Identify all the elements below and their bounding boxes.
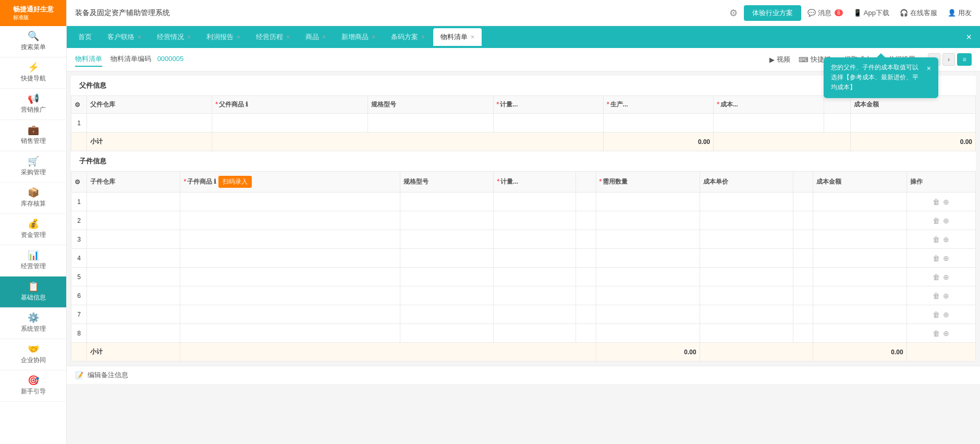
tab-barcode-close[interactable]: × [421,33,425,41]
tab-home[interactable]: 首页 [71,28,99,46]
child-col-goods: *子件商品 ℹ 扫码录入 [180,172,400,193]
parent-cell-warehouse[interactable] [87,114,212,133]
tab-history-close[interactable]: × [286,33,290,41]
sidebar-item-quicknav[interactable]: ⚡ 快捷导航 [0,57,66,89]
logo-name: 畅捷通好生意 [13,5,54,14]
parent-col-settings[interactable]: ⚙ [71,96,87,114]
tab-barcode[interactable]: 条码方案 × [384,28,432,46]
tab-bom[interactable]: 物料清单 × [433,28,482,46]
child-cell-spec-1[interactable] [400,193,494,211]
parent-cell-unit[interactable] [493,114,603,133]
tab-bom-close[interactable]: × [471,33,474,41]
sidebar-item-label: 经营管理 [21,262,46,271]
sidebar-item-label: 资金管理 [21,231,46,239]
child-col-settings[interactable]: ⚙ [71,172,87,193]
child-col-unitprice: 成本单价 [700,172,793,193]
sub-tab-bom[interactable]: 物料清单 [75,52,102,67]
tab-profit-close[interactable]: × [237,33,240,41]
copy-icon-6[interactable]: ⊕ [943,292,949,300]
delete-icon-6[interactable]: 🗑 [933,292,940,300]
tab-history[interactable]: 经营历程 × [249,28,297,46]
user-button[interactable]: 👤 用友 [948,8,972,18]
delete-icon-7[interactable]: 🗑 [933,310,940,319]
sidebar-item-inventory[interactable]: 📦 库存核算 [0,183,66,214]
child-row: 2 🗑⊕ [71,211,976,230]
tab-newgoods[interactable]: 新增商品 × [334,28,383,46]
parent-row-1: 1 [71,114,976,133]
child-cell-warehouse-1[interactable] [87,193,180,211]
bottom-bar[interactable]: 📝 编辑备注信息 [67,366,980,384]
close-all-tabs[interactable]: × [962,32,976,43]
sidebar-item-collab[interactable]: 🤝 企业协同 [0,339,66,370]
trial-button[interactable]: 体验行业方案 [744,5,801,21]
cart-icon: 🛒 [28,157,39,166]
copy-icon-3[interactable]: ⊕ [943,235,949,244]
tab-operation[interactable]: 经营情况 × [150,28,198,46]
delete-icon-2[interactable]: 🗑 [933,217,940,225]
child-cell-unit-1[interactable] [494,193,576,211]
sidebar-item-purchase[interactable]: 🛒 采购管理 [0,151,66,183]
tab-newgoods-close[interactable]: × [372,33,375,41]
parent-col-amount: 成本金额 [850,96,975,114]
copy-icon-2[interactable]: ⊕ [943,217,949,225]
tab-profit[interactable]: 利润报告 × [199,28,248,46]
delete-icon-5[interactable]: 🗑 [933,273,940,281]
tab-goods[interactable]: 商品 × [298,28,333,46]
content-area: 物料清单 物料清单编码 0000005 ▶ 视频 ⌨ 快捷键 ↑ 提取成本 ☰ … [67,48,980,444]
sidebar-item-basicinfo[interactable]: 📋 基础信息 [0,277,66,308]
sidebar-item-newguide[interactable]: 🎯 新手引导 [0,370,66,402]
child-cell-qty-2[interactable] [596,211,700,230]
child-cell-unitprice-1[interactable] [700,193,793,211]
online-service-button[interactable]: 🎧 在线客服 [900,8,937,18]
tab-goods-close[interactable]: × [322,33,326,41]
sidebar-item-operation[interactable]: 📊 经营管理 [0,245,66,277]
child-cell-warehouse-2[interactable] [87,211,180,230]
sidebar-item-label: 基础信息 [21,293,46,302]
sidebar-item-system[interactable]: ⚙️ 系统管理 [0,308,66,339]
app-download-button[interactable]: 📱 App下载 [853,8,889,18]
child-cell-goods-1[interactable] [180,193,400,211]
sidebar-item-marketing[interactable]: 📢 营销推广 [0,89,66,120]
child-cell-spec-2[interactable] [400,211,494,230]
video-action[interactable]: ▶ 视频 [769,55,790,64]
tab-profit-label: 利润报告 [206,32,234,42]
parent-cell-cost[interactable] [714,114,824,133]
delete-icon-4[interactable]: 🗑 [933,254,940,262]
copy-icon-7[interactable]: ⊕ [943,310,949,319]
parent-cell-goods[interactable] [212,114,368,133]
settings-icon[interactable]: ⚙ [729,7,738,19]
child-subtotal-label: 小计 [87,343,180,362]
copy-icon-1[interactable]: ⊕ [943,198,949,206]
scan-button[interactable]: 扫码录入 [218,176,252,188]
parent-cell-spec[interactable] [368,114,493,133]
tooltip-close-btn[interactable]: × [927,63,931,74]
chart-icon: 📊 [28,250,39,260]
tab-customer[interactable]: 客户联络 × [100,28,149,46]
child-cell-unit-2[interactable] [494,211,576,230]
tab-operation-close[interactable]: × [187,33,191,41]
sidebar-item-finance[interactable]: 💰 资金管理 [0,214,66,245]
expand-btn[interactable]: ≡ [957,53,972,66]
parent-cell-produce[interactable] [603,114,713,133]
sidebar-item-label: 营销推广 [21,105,46,114]
child-cell-goods-2[interactable] [180,211,400,230]
logo-tag: 标准版 [13,14,54,21]
child-cell-unitprice-2[interactable] [700,211,793,230]
sidebar-item-search[interactable]: 🔍 搜索菜单 [0,26,66,57]
delete-icon-1[interactable]: 🗑 [933,198,940,206]
parent-col-spec: 规格型号 [368,96,493,114]
user-label: 用友 [958,8,972,18]
message-icon: 💬 [807,9,816,17]
child-cell-qty-1[interactable] [596,193,700,211]
delete-icon-3[interactable]: 🗑 [933,235,940,244]
tab-customer-close[interactable]: × [138,33,141,41]
copy-icon-4[interactable]: ⊕ [943,254,949,262]
message-button[interactable]: 💬 消息 6 [807,8,843,18]
next-btn[interactable]: › [942,53,955,66]
sidebar-item-sales[interactable]: 💼 销售管理 [0,120,66,151]
delete-icon-8[interactable]: 🗑 [933,329,940,338]
copy-icon-8[interactable]: ⊕ [943,329,949,338]
child-row: 1 🗑 ⊕ [71,193,976,211]
copy-icon-5[interactable]: ⊕ [943,273,949,281]
parent-subtotal-mid [714,133,851,151]
